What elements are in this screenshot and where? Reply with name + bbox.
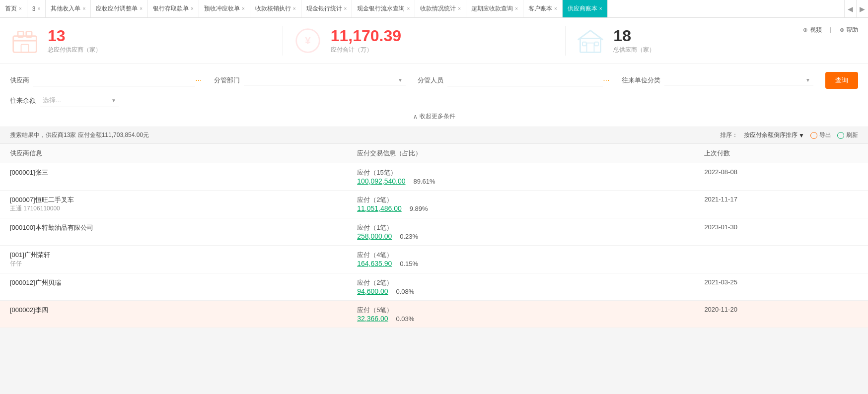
table-row: [000001]张三应付（15笔）100,092,540.0089.61%202… xyxy=(0,163,868,191)
tx-count: （2笔） xyxy=(370,196,393,203)
nav-tab-collection-stat[interactable]: 收款情况统计 × xyxy=(415,0,466,18)
nav-tab-home-label: 首页 xyxy=(5,4,17,13)
nav-tab-overdue-label: 超期应收款查询 xyxy=(471,4,513,13)
total-suppliers-label: 总供应商（家） xyxy=(613,46,655,54)
tx-label-row: 应付（5笔） xyxy=(357,306,684,315)
nav-tab-cash-bank-flow-close[interactable]: × xyxy=(407,6,410,11)
person-label: 分管人员 xyxy=(418,76,443,85)
tx-pct: 0.15% xyxy=(400,260,418,267)
refresh-button[interactable]: 刷新 xyxy=(837,131,858,139)
nav-tab-cash-bank-flow[interactable]: 现金银行流水查询 × xyxy=(352,0,415,18)
nav-tab-bank-deposit-label: 银行存取款单 xyxy=(153,4,189,13)
svg-rect-9 xyxy=(582,42,586,46)
nav-tab-prepay-close[interactable]: × xyxy=(242,6,245,11)
unit-type-label: 往来单位分类 xyxy=(622,76,660,85)
nav-tab-prepay[interactable]: 预收冲应收单 × xyxy=(199,0,250,18)
tx-amount-row: 164,635.900.15% xyxy=(357,260,684,267)
tx-amount[interactable]: 164,635.90 xyxy=(357,260,392,267)
supplier-table: 供应商信息 应付交易信息（占比） 上次付数 [000001]张三应付（15笔）1… xyxy=(0,144,868,328)
unit-type-field: 往来单位分类 ▼ xyxy=(622,75,814,85)
last-payment-cell: 2022-08-08 xyxy=(694,163,868,191)
nav-tab-collection[interactable]: 收款核销执行 × xyxy=(250,0,301,18)
supplier-link[interactable]: [000100]本特勤油品有限公司 xyxy=(10,224,93,231)
tx-label-row: 应付（2笔） xyxy=(357,278,684,287)
nav-tab-adjustment[interactable]: 应收应付调整单 × xyxy=(91,0,148,18)
query-button[interactable]: 查询 xyxy=(825,72,858,89)
nav-tab-home-close[interactable]: × xyxy=(19,6,22,11)
supplier-dots[interactable]: ··· xyxy=(195,76,202,85)
export-button[interactable]: 导出 xyxy=(810,131,831,139)
nav-tab-overdue-close[interactable]: × xyxy=(515,6,518,11)
person-field: 分管人员 ··· xyxy=(418,74,610,86)
dept-select[interactable]: ▼ xyxy=(244,75,406,85)
last-payment-date: 2021-03-25 xyxy=(704,278,737,286)
tx-info-cell: 应付（2笔）94,600.000.08% xyxy=(347,273,694,301)
last-payment-date: 2023-01-30 xyxy=(704,223,737,231)
table-row: [001]广州荣轩仔仔应付（4笔）164,635.900.15% xyxy=(0,246,868,273)
tx-info-cell: 应付（2笔）11,051,486.009.89% xyxy=(347,191,694,218)
tx-amount[interactable]: 94,600.00 xyxy=(357,287,388,295)
svg-rect-4 xyxy=(21,44,29,52)
nav-tab-prepay-label: 预收冲应收单 xyxy=(204,4,240,13)
nav-tab-bank-deposit-close[interactable]: × xyxy=(191,6,194,11)
unit-type-select[interactable]: ▼ xyxy=(664,75,814,85)
help-link[interactable]: ⊙ 帮助 xyxy=(840,26,858,34)
tx-count: （4笔） xyxy=(370,251,393,259)
balance-select[interactable]: 选择... ▼ xyxy=(40,94,119,107)
col-supplier-info: 供应商信息 xyxy=(0,144,347,163)
nav-tab-cash-bank-stat-close[interactable]: × xyxy=(344,6,347,11)
nav-tab-collection-close[interactable]: × xyxy=(293,6,296,11)
tx-pct: 0.03% xyxy=(396,315,414,323)
export-icon xyxy=(810,132,817,139)
dept-arrow-icon: ▼ xyxy=(398,77,403,83)
nav-tab-customer-book-close[interactable]: × xyxy=(554,6,557,11)
supplier-link[interactable]: [000012]广州贝瑞 xyxy=(10,279,61,286)
tx-pct: 0.23% xyxy=(400,233,418,240)
nav-tab-overdue[interactable]: 超期应收款查询 × xyxy=(466,0,523,18)
search-row-2: 往来余额 选择... ▼ xyxy=(10,94,858,107)
tx-label-row: 应付（1笔） xyxy=(357,223,684,232)
nav-tab-other-income-close[interactable]: × xyxy=(82,6,85,11)
nav-tab-bank-deposit[interactable]: 银行存取款单 × xyxy=(148,0,199,18)
nav-tab-adjustment-close[interactable]: × xyxy=(140,6,143,11)
person-dots[interactable]: ··· xyxy=(603,76,609,85)
tx-amount[interactable]: 258,000.00 xyxy=(357,232,392,240)
nav-tab-supplier-book-close[interactable]: × xyxy=(599,6,602,11)
collapse-button[interactable]: ∧ 收起更多条件 xyxy=(10,112,858,121)
tx-amount-row: 100,092,540.0089.61% xyxy=(357,177,684,185)
sort-label: 排序： xyxy=(720,131,738,139)
video-link[interactable]: ⊙ 视频 xyxy=(803,26,821,34)
nav-tab-collection-stat-close[interactable]: × xyxy=(458,6,461,11)
nav-tab-home[interactable]: 首页 × xyxy=(0,0,27,18)
svg-rect-8 xyxy=(587,43,594,53)
supplier-input[interactable] xyxy=(33,74,195,86)
col-last-payment: 上次付数 xyxy=(694,144,868,163)
sort-select[interactable]: 按应付余额倒序排序 ▼ xyxy=(744,131,804,139)
total-payable-suppliers-label: 总应付供应商（家） xyxy=(48,46,101,54)
tx-amount-row: 32,366.000.03% xyxy=(357,315,684,323)
nav-tab-3-close[interactable]: × xyxy=(38,6,41,11)
nav-tab-supplier-book[interactable]: 供应商账本 × xyxy=(563,0,608,18)
tx-amount[interactable]: 11,051,486.00 xyxy=(357,204,402,212)
nav-tab-customer-book-label: 客户账本 xyxy=(528,4,552,13)
data-table-container: 供应商信息 应付交易信息（占比） 上次付数 [000001]张三应付（15笔）1… xyxy=(0,144,868,328)
tx-amount[interactable]: 32,366.00 xyxy=(357,315,388,323)
tx-pct: 9.89% xyxy=(410,205,428,212)
nav-right-arrow[interactable]: ▶ xyxy=(856,0,868,18)
supplier-link[interactable]: [000007]恒旺二手叉车 xyxy=(10,196,74,203)
supplier-link[interactable]: [000002]李四 xyxy=(10,306,48,314)
supplier-info-cell: [000100]本特勤油品有限公司 xyxy=(0,218,347,246)
nav-tab-cash-bank-stat[interactable]: 现金银行统计 × xyxy=(301,0,353,18)
tx-info-cell: 应付（5笔）32,366.000.03% xyxy=(347,301,694,328)
last-payment-cell: 2021-03-25 xyxy=(694,273,868,301)
nav-tab-other-income[interactable]: 其他收入单 × xyxy=(46,0,91,18)
person-input[interactable] xyxy=(447,74,603,86)
supplier-link[interactable]: [000001]张三 xyxy=(10,169,48,176)
tx-amount[interactable]: 100,092,540.00 xyxy=(357,177,405,185)
nav-left-arrow[interactable]: ◀ xyxy=(844,0,856,18)
nav-tab-3[interactable]: 3 × xyxy=(27,0,46,18)
nav-tab-adjustment-label: 应收应付调整单 xyxy=(96,4,138,13)
nav-tab-customer-book[interactable]: 客户账本 × xyxy=(523,0,563,18)
supplier-link[interactable]: [001]广州荣轩 xyxy=(10,251,50,259)
svg-text:¥: ¥ xyxy=(305,35,311,46)
